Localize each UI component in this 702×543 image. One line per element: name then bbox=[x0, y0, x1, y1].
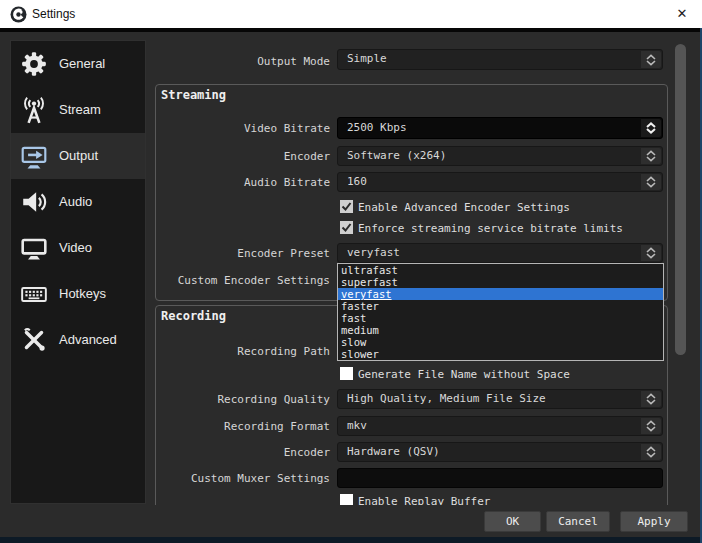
sidebar-item-stream[interactable]: Stream bbox=[11, 87, 145, 133]
preset-dropdown: ultrafastsuperfastveryfastfasterfastmedi… bbox=[337, 263, 664, 361]
sidebar-item-output[interactable]: Output bbox=[11, 133, 145, 179]
video-bitrate-label: Video Bitrate bbox=[207, 122, 330, 135]
stepper-icon[interactable] bbox=[641, 444, 661, 460]
output-mode-label: Output Mode bbox=[207, 55, 330, 68]
sidebar-item-label: Audio bbox=[59, 194, 92, 209]
replay-buffer-checkbox-label: Enable Replay Buffer bbox=[358, 495, 490, 505]
monitor-arrow-icon bbox=[20, 142, 48, 170]
recording-encoder-value: Hardware (QSV) bbox=[347, 445, 440, 458]
speaker-icon bbox=[20, 188, 48, 216]
settings-scroll-area: Output Mode Simple Streaming Video Bitra… bbox=[148, 32, 672, 505]
sidebar-item-advanced[interactable]: Advanced bbox=[11, 317, 145, 363]
video-bitrate-input[interactable]: 2500 Kbps bbox=[337, 117, 663, 139]
window-border-bottom bbox=[0, 537, 702, 543]
custom-encoder-settings-label: Custom Encoder Settings bbox=[159, 274, 330, 287]
preset-option[interactable]: medium bbox=[338, 324, 663, 336]
stream-encoder-value: Software (x264) bbox=[347, 149, 446, 162]
keyboard-icon bbox=[20, 280, 48, 308]
recording-format-select[interactable]: mkv bbox=[337, 416, 663, 436]
settings-sidebar: General Stream Output bbox=[10, 40, 146, 504]
custom-muxer-input[interactable] bbox=[337, 468, 663, 488]
preset-option[interactable]: veryfast bbox=[338, 288, 663, 300]
streaming-group-title: Streaming bbox=[161, 88, 226, 102]
recording-path-label: Recording Path bbox=[207, 345, 330, 358]
enforce-bitrate-checkbox-label: Enforce streaming service bitrate limits bbox=[358, 222, 623, 235]
advanced-encoder-checkbox-label: Enable Advanced Encoder Settings bbox=[358, 201, 570, 214]
close-icon[interactable]: ✕ bbox=[670, 4, 694, 24]
custom-muxer-label: Custom Muxer Settings bbox=[159, 472, 330, 485]
recording-encoder-select[interactable]: Hardware (QSV) bbox=[337, 442, 663, 462]
stepper-icon[interactable] bbox=[641, 119, 661, 137]
generate-filename-checkbox[interactable] bbox=[340, 367, 353, 380]
window-title: Settings bbox=[32, 7, 75, 21]
sidebar-item-video[interactable]: Video bbox=[11, 225, 145, 271]
preset-option[interactable]: ultrafast bbox=[338, 264, 663, 276]
preset-option[interactable]: slower bbox=[338, 348, 663, 360]
encoder-preset-select[interactable]: veryfast bbox=[337, 243, 663, 263]
preset-option[interactable]: faster bbox=[338, 300, 663, 312]
stepper-icon[interactable] bbox=[641, 391, 661, 407]
apply-button[interactable]: Apply bbox=[620, 511, 688, 532]
cancel-button[interactable]: Cancel bbox=[546, 511, 610, 532]
audio-bitrate-select[interactable]: 160 bbox=[337, 172, 663, 192]
output-mode-value: Simple bbox=[347, 52, 387, 65]
ok-button[interactable]: OK bbox=[484, 511, 541, 532]
stream-encoder-label: Encoder bbox=[207, 150, 330, 163]
preset-option[interactable]: slow bbox=[338, 336, 663, 348]
preset-option[interactable]: fast bbox=[338, 312, 663, 324]
sidebar-item-label: Output bbox=[59, 148, 98, 163]
stepper-icon[interactable] bbox=[641, 174, 661, 190]
recording-quality-value: High Quality, Medium File Size bbox=[347, 392, 546, 405]
encoder-preset-value: veryfast bbox=[347, 246, 400, 259]
sidebar-item-label: General bbox=[59, 56, 105, 71]
sidebar-item-audio[interactable]: Audio bbox=[11, 179, 145, 225]
recording-quality-label: Recording Quality bbox=[207, 393, 330, 406]
advanced-encoder-checkbox[interactable] bbox=[340, 200, 353, 213]
settings-window: Settings ✕ General bbox=[0, 0, 702, 543]
sidebar-item-label: Stream bbox=[59, 102, 101, 117]
output-mode-select[interactable]: Simple bbox=[337, 49, 663, 70]
stepper-icon[interactable] bbox=[641, 245, 661, 261]
stepper-icon[interactable] bbox=[641, 148, 661, 164]
title-bar: Settings ✕ bbox=[0, 0, 702, 28]
broadcast-icon bbox=[20, 96, 48, 124]
audio-bitrate-value: 160 bbox=[347, 175, 367, 188]
preset-option[interactable]: superfast bbox=[338, 276, 663, 288]
recording-format-label: Recording Format bbox=[207, 420, 330, 433]
scrollbar-thumb[interactable] bbox=[675, 44, 686, 355]
gear-icon bbox=[20, 50, 48, 78]
monitor-icon bbox=[20, 234, 48, 262]
stepper-icon[interactable] bbox=[641, 51, 661, 68]
sidebar-item-general[interactable]: General bbox=[11, 41, 145, 87]
sidebar-item-hotkeys[interactable]: Hotkeys bbox=[11, 271, 145, 317]
enforce-bitrate-checkbox[interactable] bbox=[340, 221, 353, 234]
recording-quality-select[interactable]: High Quality, Medium File Size bbox=[337, 389, 663, 409]
replay-buffer-checkbox[interactable] bbox=[340, 494, 353, 505]
stepper-icon[interactable] bbox=[641, 418, 661, 434]
stream-encoder-select[interactable]: Software (x264) bbox=[337, 146, 663, 166]
sidebar-item-label: Video bbox=[59, 240, 92, 255]
tools-icon bbox=[20, 326, 48, 354]
generate-filename-checkbox-label: Generate File Name without Space bbox=[358, 368, 570, 381]
recording-format-value: mkv bbox=[347, 419, 367, 432]
encoder-preset-label: Encoder Preset bbox=[207, 247, 330, 260]
sidebar-item-label: Advanced bbox=[59, 332, 117, 347]
video-bitrate-value: 2500 Kbps bbox=[347, 121, 407, 134]
audio-bitrate-label: Audio Bitrate bbox=[207, 176, 330, 189]
recording-encoder-label: Encoder bbox=[207, 446, 330, 459]
recording-group-title: Recording bbox=[161, 309, 226, 323]
sidebar-item-label: Hotkeys bbox=[59, 286, 106, 301]
obs-logo-icon bbox=[10, 6, 27, 23]
